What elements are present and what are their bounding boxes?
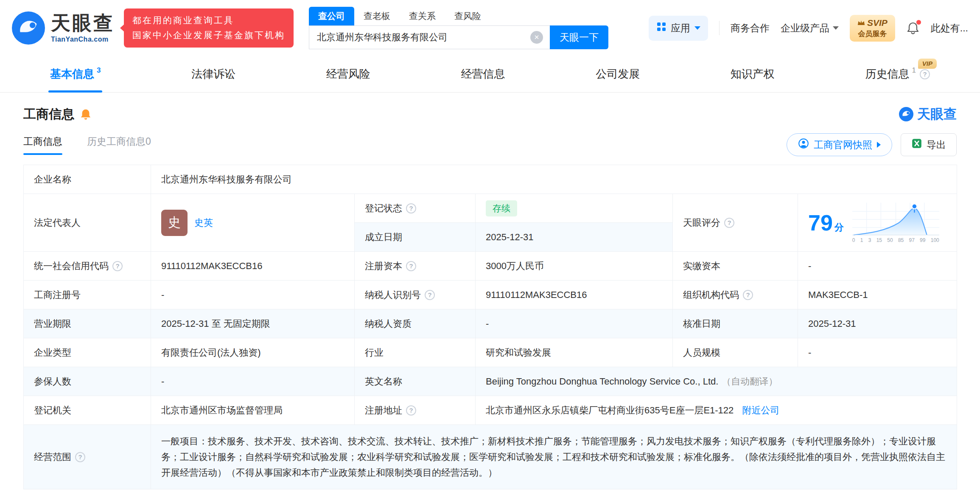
tab-legal-proceedings[interactable]: 法律诉讼 xyxy=(191,56,235,92)
tab-history-info[interactable]: VIP 历史信息 1 ? xyxy=(865,56,930,92)
search-input[interactable] xyxy=(309,25,550,49)
subtab-business-info-label: 工商信息 xyxy=(23,136,62,147)
reg-authority-label: 登记机关 xyxy=(24,396,151,425)
enterprise-products-link[interactable]: 企业级产品 xyxy=(781,22,839,35)
help-icon[interactable]: ? xyxy=(724,218,734,228)
help-icon[interactable]: ? xyxy=(406,261,416,271)
chevron-down-icon xyxy=(833,26,839,30)
table-actions: 工商官网快照 导出 xyxy=(787,133,957,156)
svip-member-badge[interactable]: SVIP 会员服务 xyxy=(850,15,895,42)
official-snapshot-label: 工商官网快照 xyxy=(814,138,872,152)
notification-dot xyxy=(916,20,921,25)
subtab-business-info[interactable]: 工商信息 xyxy=(23,135,62,155)
official-snapshot-button[interactable]: 工商官网快照 xyxy=(787,133,892,156)
help-icon[interactable]: ? xyxy=(743,290,753,300)
est-date-label: 成立日期 xyxy=(355,223,476,252)
search-area: 查公司 查老板 查关系 查风险 ✕ 天眼一下 xyxy=(309,7,608,49)
export-button[interactable]: 导出 xyxy=(901,133,957,156)
apps-label: 应用 xyxy=(671,22,690,35)
tianyancha-watermark: 天眼查 xyxy=(899,105,957,123)
search-tabs: 查公司 查老板 查关系 查风险 xyxy=(309,7,608,25)
tab-company-development-label: 公司发展 xyxy=(596,67,640,81)
tianyancha-company-page: 天眼查 TianYanCha.com 都在用的商业查询工具 国家中小企业发展子基… xyxy=(0,0,980,500)
tianyan-score-value: 79分 xyxy=(798,194,957,252)
approval-date-value: 2025-12-31 xyxy=(798,309,957,338)
staff-size-label: 人员规模 xyxy=(673,338,798,367)
main-content: 工商信息 天眼查 工商信息 历史 xyxy=(0,105,980,489)
company-name-value: 北京通州东华科技服务有限公司 xyxy=(151,165,957,194)
tab-history-info-count: 1 xyxy=(912,66,916,75)
clear-icon[interactable]: ✕ xyxy=(530,31,543,44)
help-icon[interactable]: ? xyxy=(406,203,416,213)
uscc-label: 统一社会信用代码 ? xyxy=(24,252,151,281)
help-icon[interactable]: ? xyxy=(112,261,123,271)
business-info-table: 企业名称 北京通州东华科技服务有限公司 法定代表人 史 史英 xyxy=(23,165,957,489)
section-head: 工商信息 天眼查 xyxy=(23,105,957,123)
crown-icon xyxy=(857,18,865,28)
taxpayer-quality-value: - xyxy=(476,309,673,338)
reg-no-label: 工商注册号 xyxy=(24,281,151,309)
english-name-label: 英文名称 xyxy=(355,367,476,396)
scope-label: 经营范围 ? xyxy=(24,425,151,489)
tab-operating-info[interactable]: 经营信息 xyxy=(461,56,505,92)
search-button[interactable]: 天眼一下 xyxy=(550,25,608,49)
logo-brand-text: 天眼查 xyxy=(51,13,115,33)
search-tab-relation[interactable]: 查关系 xyxy=(400,7,445,25)
reg-capital-value: 3000万人民币 xyxy=(476,252,673,281)
legal-rep-link[interactable]: 史英 xyxy=(194,216,213,229)
nearby-companies-link[interactable]: 附近公司 xyxy=(742,405,779,416)
insured-value: - xyxy=(151,367,355,396)
uscc-value: 91110112MAK3ECCB16 xyxy=(151,252,355,281)
tianyancha-logo[interactable]: 天眼查 TianYanCha.com xyxy=(12,11,115,45)
tab-company-development[interactable]: 公司发展 xyxy=(596,56,640,92)
arrow-right-icon xyxy=(877,142,881,148)
industry-value: 研究和试验发展 xyxy=(476,338,673,367)
legal-rep-label: 法定代表人 xyxy=(24,194,151,252)
apps-menu[interactable]: 应用 xyxy=(649,16,708,41)
business-coop-label: 商务合作 xyxy=(731,22,770,35)
subtab-history-business-info[interactable]: 历史工商信息0 xyxy=(87,135,151,155)
biz-term-value: 2025-12-31 至 无固定期限 xyxy=(151,309,355,338)
taxpayer-id-value: 91110112MAK3ECCB16 xyxy=(476,281,673,309)
auto-translate-note: （自动翻译） xyxy=(722,376,778,387)
subscribe-bell-icon[interactable] xyxy=(79,108,92,121)
promo-line1: 都在用的商业查询工具 xyxy=(132,13,285,28)
tab-basic-info-label: 基本信息 xyxy=(50,67,94,81)
insured-label: 参保人数 xyxy=(24,367,151,396)
active-underline xyxy=(23,153,62,155)
top-header: 天眼查 TianYanCha.com 都在用的商业查询工具 国家中小企业发展子基… xyxy=(0,0,980,56)
business-coop-link[interactable]: 商务合作 xyxy=(731,22,770,35)
company-nav-tabs: 基本信息 3 法律诉讼 经营风险 经营信息 公司发展 知识产权 VIP 历史信息… xyxy=(0,56,980,93)
tab-operating-info-label: 经营信息 xyxy=(461,67,505,81)
logo-domain-text: TianYanCha.com xyxy=(51,36,115,43)
legal-rep-avatar[interactable]: 史 xyxy=(161,210,188,236)
tab-history-info-label: 历史信息 xyxy=(865,67,910,81)
search-tab-risk[interactable]: 查风险 xyxy=(445,7,490,25)
org-code-value: MAK3ECCB-1 xyxy=(798,281,957,309)
excel-icon xyxy=(911,138,922,152)
company-name-label: 企业名称 xyxy=(24,165,151,194)
search-tab-boss[interactable]: 查老板 xyxy=(354,7,400,25)
tab-operating-risk-label: 经营风险 xyxy=(326,67,370,81)
enterprise-products-label: 企业级产品 xyxy=(781,22,829,35)
tab-intellectual-property[interactable]: 知识产权 xyxy=(731,56,775,92)
paid-capital-label: 实缴资本 xyxy=(673,252,798,281)
tab-legal-proceedings-label: 法律诉讼 xyxy=(191,67,235,81)
notification-bell-icon[interactable] xyxy=(906,21,920,35)
promo-badge: 都在用的商业查询工具 国家中小企业发展子基金旗下机构 xyxy=(124,8,294,47)
help-icon[interactable]: ? xyxy=(920,69,930,79)
help-icon[interactable]: ? xyxy=(75,452,85,462)
tab-operating-risk[interactable]: 经营风险 xyxy=(326,56,370,92)
reg-status-value: 存续 xyxy=(476,194,673,223)
user-menu[interactable]: 此处有... xyxy=(931,22,968,35)
svip-sub-label: 会员服务 xyxy=(857,29,888,39)
tab-basic-info[interactable]: 基本信息 3 xyxy=(50,56,101,92)
grid-icon xyxy=(656,22,666,34)
tianyan-score-label: 天眼评分 ? xyxy=(673,194,798,252)
help-icon[interactable]: ? xyxy=(406,405,416,416)
help-icon[interactable]: ? xyxy=(425,290,435,300)
vip-badge: VIP xyxy=(918,59,937,69)
search-tab-company[interactable]: 查公司 xyxy=(309,7,354,25)
divider xyxy=(719,21,720,35)
promo-line2: 国家中小企业发展子基金旗下机构 xyxy=(132,28,285,43)
